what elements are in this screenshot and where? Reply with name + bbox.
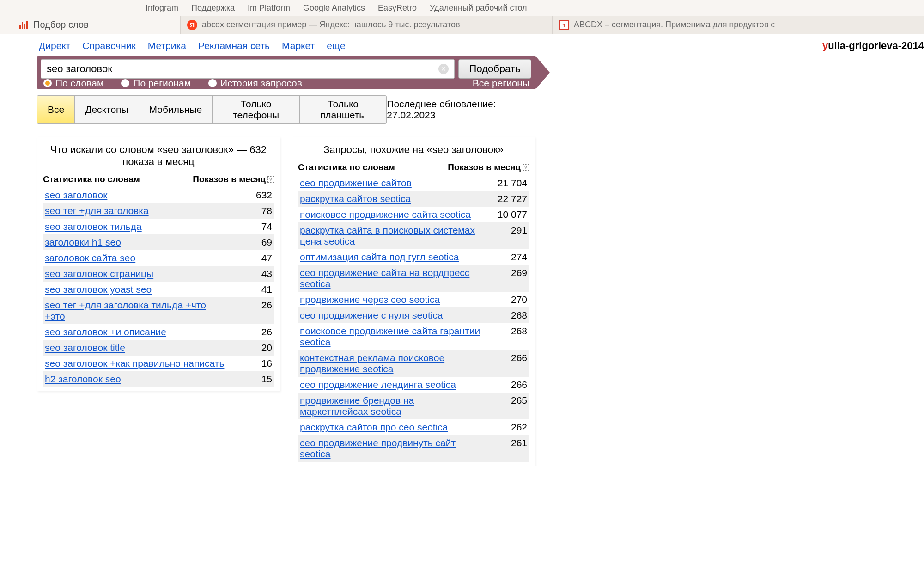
panel-with-word: Что искали со словом «seo заголовок» — 6… — [37, 137, 280, 391]
query-link[interactable]: h2 заголовок seo — [45, 374, 121, 384]
browser-tab[interactable]: Я abcdx сегментация пример — Яндекс: наш… — [180, 16, 552, 34]
shows-cell: 22 727 — [483, 191, 529, 207]
bookmark-item[interactable]: Im Platform — [248, 3, 290, 13]
query-link[interactable]: seo заголовок +и описание — [45, 326, 166, 337]
query-link[interactable]: сео продвижение сайтов — [300, 178, 412, 188]
query-link[interactable]: раскрутка сайтов seotica — [300, 193, 411, 204]
col-shows: Показов в месяц? — [193, 174, 274, 184]
query-link[interactable]: продвижение брендов на маркетплейсах seo… — [300, 395, 414, 417]
bookmark-item[interactable]: Google Analytics — [303, 3, 365, 13]
shows-cell: 16 — [228, 356, 274, 371]
mode-by-regions[interactable]: По регионам — [121, 78, 191, 89]
query-link[interactable]: сео продвижение сайта на вордпресс seoti… — [300, 267, 469, 289]
shows-cell: 266 — [483, 350, 529, 377]
clear-icon[interactable]: ✕ — [438, 64, 449, 74]
all-regions-link[interactable]: Все регионы — [473, 78, 529, 89]
username-prefix: y — [822, 40, 828, 51]
query-link[interactable]: оптимизация сайта под гугл seotica — [300, 252, 459, 262]
table-row: seo заголовок страницы43 — [43, 266, 274, 282]
device-tab-mobile[interactable]: Мобильные — [139, 96, 213, 123]
device-tab-tablets[interactable]: Только планшеты — [300, 96, 386, 123]
shows-cell: 15 — [228, 371, 274, 387]
bookmark-item[interactable]: Поддержка — [191, 3, 235, 13]
t-favicon-icon: т — [559, 20, 569, 30]
table-row: заголовок сайта seo47 — [43, 250, 274, 266]
table-row: поисковое продвижение сайта seotica10 07… — [298, 207, 529, 222]
username[interactable]: yulia-grigorieva-2014 — [822, 40, 924, 52]
shows-cell: 261 — [483, 435, 529, 462]
query-link[interactable]: раскрутка сайта в поисковых системах цен… — [300, 225, 475, 246]
service-links: Директ Справочник Метрика Рекламная сеть… — [0, 39, 924, 56]
col-stat: Статистика по словам — [43, 174, 193, 184]
link-adnetwork[interactable]: Рекламная сеть — [198, 40, 270, 51]
device-tabs: Все Десктопы Мобильные Только телефоны Т… — [37, 95, 387, 124]
shows-cell: 10 077 — [483, 207, 529, 222]
bookmark-item[interactable]: Infogram — [146, 3, 178, 13]
link-metrika[interactable]: Метрика — [148, 40, 186, 51]
query-link[interactable]: seo заголовок страницы — [45, 268, 153, 279]
link-more[interactable]: ещё — [327, 40, 346, 51]
mode-history[interactable]: История запросов — [208, 78, 302, 89]
help-icon[interactable]: ? — [267, 176, 274, 183]
query-link[interactable]: заголовки h1 seo — [45, 237, 121, 247]
query-link[interactable]: поисковое продвижение сайта гарантии seo… — [300, 326, 480, 347]
table-row: seo заголовок title20 — [43, 340, 274, 356]
table-row: seo заголовок +и описание26 — [43, 324, 274, 340]
search-input[interactable] — [47, 63, 438, 75]
query-link[interactable]: seo заголовок тильда — [45, 221, 142, 232]
mode-by-words[interactable]: По словам — [43, 78, 103, 89]
link-market[interactable]: Маркет — [282, 40, 315, 51]
query-cell: сео продвижение с нуля seotica — [298, 307, 483, 323]
radio-label: По словам — [55, 78, 103, 89]
query-link[interactable]: seo заголовок title — [45, 342, 125, 353]
help-icon[interactable]: ? — [523, 164, 529, 171]
radio-label: История запросов — [220, 78, 302, 89]
query-cell: оптимизация сайта под гугл seotica — [298, 249, 483, 265]
query-link[interactable]: seo тег +для заголовка — [45, 205, 149, 216]
query-cell: seo заголовок title — [43, 340, 228, 356]
table-row: seo тег +для заголовка78 — [43, 203, 274, 219]
query-cell: заголовки h1 seo — [43, 234, 228, 250]
shows-cell: 269 — [483, 265, 529, 292]
table-row: seo заголовок тильда74 — [43, 219, 274, 234]
query-cell: поисковое продвижение сайта гарантии seo… — [298, 323, 483, 350]
query-link[interactable]: seo тег +для заголовка тильда +что +это — [45, 300, 206, 321]
tab-title: ABCDX – сегментация. Применима для проду… — [574, 20, 775, 30]
browser-tab[interactable]: т ABCDX – сегментация. Применима для про… — [552, 16, 924, 34]
query-link[interactable]: seo заголовок +как правильно написать — [45, 358, 224, 369]
link-direct[interactable]: Директ — [39, 40, 70, 51]
query-cell: seo заголовок +как правильно написать — [43, 356, 228, 371]
query-cell: seo заголовок +и описание — [43, 324, 228, 340]
query-link[interactable]: seo заголовок yoast seo — [45, 284, 152, 295]
device-tab-phones[interactable]: Только телефоны — [213, 96, 300, 123]
browser-tab-current[interactable]: Подбор слов — [0, 16, 180, 34]
panel-similar: Запросы, похожие на «seo заголовок» Стат… — [292, 137, 535, 466]
query-cell: seo заголовок yoast seo — [43, 282, 228, 297]
shows-cell: 21 704 — [483, 175, 529, 191]
query-cell: сео продвижение лендинга seotica — [298, 377, 483, 393]
query-link[interactable]: поисковое продвижение сайта seotica — [300, 209, 471, 220]
query-cell: раскрутка сайта в поисковых системах цен… — [298, 222, 483, 249]
query-link[interactable]: seo заголовок — [45, 190, 107, 200]
bookmark-item[interactable]: Удаленный рабочий стол — [430, 3, 527, 13]
query-link[interactable]: раскрутка сайтов про сео seotica — [300, 422, 448, 432]
query-link[interactable]: сео продвижение продвинуть сайт seotica — [300, 437, 456, 459]
device-tab-desktop[interactable]: Десктопы — [75, 96, 139, 123]
query-cell: seo заголовок тильда — [43, 219, 228, 234]
shows-cell: 20 — [228, 340, 274, 356]
radio-icon — [121, 79, 129, 87]
query-link[interactable]: заголовок сайта seo — [45, 252, 135, 263]
shows-cell: 74 — [228, 219, 274, 234]
query-link[interactable]: сео продвижение с нуля seotica — [300, 310, 443, 320]
query-link[interactable]: контекстная реклама поисковое продвижени… — [300, 352, 444, 374]
username-rest: ulia-grigorieva-2014 — [828, 40, 924, 51]
col-stat: Статистика по словам — [298, 162, 448, 172]
wordstat-bars-icon — [19, 21, 28, 29]
table-row: раскрутка сайта в поисковых системах цен… — [298, 222, 529, 249]
link-spravochnik[interactable]: Справочник — [82, 40, 136, 51]
submit-button[interactable]: Подобрать — [458, 59, 531, 79]
query-link[interactable]: продвижение через сео seotica — [300, 294, 440, 305]
query-link[interactable]: сео продвижение лендинга seotica — [300, 379, 456, 390]
bookmark-item[interactable]: EasyRetro — [378, 3, 417, 13]
device-tab-all[interactable]: Все — [37, 96, 75, 123]
